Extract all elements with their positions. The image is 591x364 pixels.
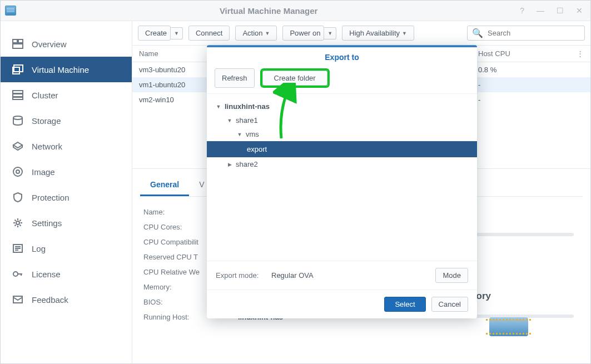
memory-gb: GB: [463, 302, 574, 310]
select-button[interactable]: Select: [384, 297, 425, 312]
vm-icon: [12, 63, 24, 76]
cancel-button[interactable]: Cancel: [431, 297, 468, 312]
folder-tree: ▼linuxhint-nas ▼share1 ▼vms export ▶shar…: [207, 94, 477, 261]
sidebar-item-license[interactable]: License: [1, 261, 132, 287]
collapse-icon: ▼: [237, 132, 242, 137]
mail-icon: [12, 293, 24, 306]
svg-point-9: [13, 167, 22, 176]
sidebar-item-network[interactable]: Network: [1, 133, 132, 159]
cluster-icon: [12, 89, 24, 101]
sidebar-item-label: Virtual Machine: [32, 65, 89, 74]
maximize-icon[interactable]: ☐: [553, 5, 567, 16]
cpu-title: PU: [463, 217, 574, 228]
sidebar-item-label: Image: [32, 167, 55, 177]
collapse-icon: ▼: [216, 104, 221, 109]
tree-node-share2[interactable]: ▶share2: [215, 157, 469, 171]
memory-title: emory: [463, 291, 574, 302]
sidebar-item-overview[interactable]: Overview: [1, 31, 132, 57]
svg-rect-6: [13, 94, 23, 97]
chevron-down-icon: ▼: [327, 31, 332, 36]
close-icon[interactable]: ✕: [573, 5, 586, 16]
svg-point-8: [13, 116, 22, 119]
sidebar-item-feedback[interactable]: Feedback: [1, 287, 132, 312]
mode-button[interactable]: Mode: [435, 268, 468, 283]
svg-point-11: [16, 221, 19, 225]
sidebar-item-settings[interactable]: Settings: [1, 210, 132, 236]
sidebar: Overview Virtual Machine Cluster Storage…: [1, 21, 132, 363]
app-icon: [5, 6, 16, 16]
window-title: Virtual Machine Manager: [21, 6, 516, 16]
collapse-icon: ▼: [227, 118, 232, 123]
modal-title: Export to: [207, 47, 477, 65]
log-icon: [12, 242, 24, 255]
export-mode-label: Export mode:: [216, 271, 271, 280]
chevron-down-icon: ▼: [174, 31, 179, 36]
gear-icon: [12, 217, 24, 229]
svg-rect-0: [13, 39, 17, 43]
svg-point-10: [16, 170, 19, 173]
column-menu-icon[interactable]: ⋮: [577, 49, 584, 58]
sidebar-item-label: Cluster: [32, 91, 58, 100]
tree-node-root[interactable]: ▼linuxhint-nas: [215, 99, 469, 113]
connect-button[interactable]: Connect: [188, 26, 230, 41]
highlight-annotation: Create folder: [260, 68, 330, 88]
svg-point-13: [13, 272, 18, 276]
svg-rect-7: [13, 97, 23, 99]
high-availability-button[interactable]: High Availability ▼: [342, 26, 414, 41]
resource-panel: PU emory GB: [463, 217, 574, 328]
sidebar-item-label: License: [32, 270, 61, 279]
cpu-bar: [463, 233, 574, 236]
image-icon: [12, 166, 24, 178]
create-folder-button[interactable]: Create folder: [262, 71, 327, 86]
sidebar-item-label: Storage: [32, 116, 61, 126]
sidebar-item-label: Protection: [32, 193, 69, 202]
tree-node-vms[interactable]: ▼vms: [215, 127, 469, 141]
action-button[interactable]: Action ▼: [235, 26, 277, 41]
expand-icon: ▶: [227, 162, 232, 167]
column-host-cpu[interactable]: Host CPU: [478, 49, 577, 58]
tab-general[interactable]: General: [140, 174, 189, 196]
storage-icon: [12, 114, 24, 127]
tree-node-export[interactable]: export: [207, 141, 477, 157]
sidebar-item-label: Settings: [32, 218, 62, 228]
svg-rect-5: [13, 91, 23, 93]
search-input[interactable]: [486, 28, 580, 38]
search-icon: 🔍: [472, 28, 483, 38]
chevron-down-icon: ▼: [265, 31, 270, 36]
svg-rect-2: [13, 44, 23, 48]
refresh-button[interactable]: Refresh: [215, 68, 255, 88]
tree-node-share1[interactable]: ▼share1: [215, 113, 469, 127]
network-icon: [12, 140, 24, 152]
sidebar-item-image[interactable]: Image: [1, 159, 132, 185]
export-modal: Export to Refresh Create folder ▼linuxhi…: [207, 45, 477, 318]
help-icon[interactable]: ?: [516, 5, 528, 16]
power-button[interactable]: Power on: [282, 26, 324, 41]
sidebar-item-label: Overview: [32, 39, 67, 49]
chevron-down-icon: ▼: [402, 31, 407, 36]
sidebar-item-protection[interactable]: Protection: [1, 185, 132, 210]
key-icon: [12, 268, 24, 280]
create-button[interactable]: Create: [138, 26, 171, 41]
overview-icon: [12, 38, 24, 50]
sidebar-item-virtual-machine[interactable]: Virtual Machine: [1, 57, 132, 82]
sidebar-item-label: Feedback: [32, 295, 68, 305]
sidebar-item-cluster[interactable]: Cluster: [1, 82, 132, 108]
cpu-chip-icon: [489, 317, 528, 336]
sidebar-item-label: Log: [32, 244, 46, 253]
sidebar-item-label: Network: [32, 142, 62, 151]
minimize-icon[interactable]: —: [533, 5, 548, 16]
svg-rect-1: [18, 39, 23, 43]
svg-rect-3: [14, 65, 23, 72]
sidebar-item-storage[interactable]: Storage: [1, 108, 132, 133]
power-dropdown[interactable]: ▼: [324, 27, 336, 39]
search-box[interactable]: 🔍: [467, 26, 585, 41]
export-mode-value: Regular OVA: [271, 271, 435, 280]
create-dropdown[interactable]: ▼: [171, 27, 183, 39]
sidebar-item-log[interactable]: Log: [1, 236, 132, 261]
shield-icon: [12, 191, 24, 203]
